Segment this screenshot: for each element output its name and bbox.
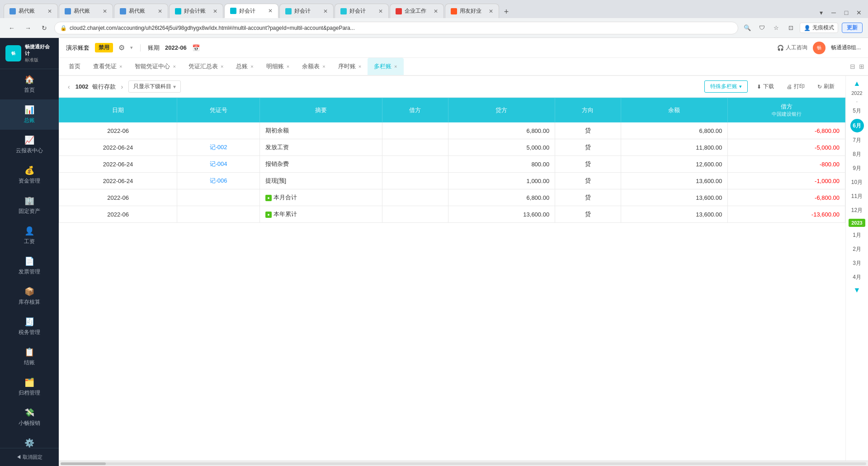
tab-voucher-summary[interactable]: 凭证汇总表 × [182, 58, 230, 76]
close-window-button[interactable]: ✕ [854, 7, 864, 18]
sidebar-item-close[interactable]: 📋 结账 [0, 342, 59, 372]
month-6[interactable]: 6月 [850, 119, 864, 132]
tab-4[interactable]: 好会计 ✕ [224, 4, 278, 18]
tab-3[interactable]: 好会计账 ✕ [169, 4, 223, 18]
prev-account-button[interactable]: ‹ [66, 82, 72, 91]
month-scroll-up-button[interactable]: ▲ [846, 78, 868, 89]
expand-icon[interactable]: ⊞ [859, 63, 864, 70]
tab-close-0[interactable]: ✕ [47, 8, 52, 14]
gear-icon[interactable]: ⚙ [118, 43, 125, 52]
download-button[interactable]: ⬇ 下载 [753, 81, 778, 92]
tab-close-6[interactable]: ✕ [378, 8, 383, 14]
consult-button[interactable]: 🎧 人工咨询 [777, 44, 807, 52]
sidebar-item-tax[interactable]: 🧾 税务管理 [0, 311, 59, 342]
sidebar-item-settings[interactable]: ⚙️ 基础设置 [0, 433, 59, 448]
tab-smart-voucher[interactable]: 智能凭证中心 × [128, 58, 182, 76]
month-3-2023[interactable]: 3月 [848, 257, 867, 270]
tab-balance-table[interactable]: 余额表 × [296, 58, 331, 76]
refresh-button[interactable]: ↻ 刷新 [814, 81, 838, 92]
tab-close-1[interactable]: ✕ [103, 8, 107, 14]
tab-close-7[interactable]: ✕ [434, 8, 438, 14]
month-2-2023[interactable]: 2月 [848, 243, 867, 256]
tab-5[interactable]: 好会计 ✕ [279, 4, 334, 18]
table-row[interactable]: 2022-06-24 记-006 提现[预] 1,000.00 贷 13,600… [59, 173, 845, 189]
tab-sequence-ledger-close[interactable]: × [359, 64, 361, 69]
tab-close-8[interactable]: ✕ [489, 8, 493, 14]
tab-voucher-view-close[interactable]: × [119, 64, 122, 69]
tab-home[interactable]: 首页 [62, 58, 87, 76]
print-button[interactable]: 🖨 打印 [783, 81, 808, 92]
minimize-button[interactable]: ─ [828, 7, 839, 18]
month-7[interactable]: 7月 [848, 134, 867, 147]
star-icon[interactable]: ☆ [771, 23, 782, 33]
sidebar-item-funds[interactable]: 💰 资金管理 [0, 160, 59, 190]
search-icon[interactable]: 🔍 [742, 23, 753, 33]
filter-select[interactable]: 只显示下级科目 ▾ [128, 80, 181, 93]
reload-button[interactable]: ↻ [38, 22, 51, 34]
sidebar-item-reports[interactable]: 📈 云报表中心 [0, 130, 59, 160]
back-button[interactable]: ← [5, 22, 18, 34]
tab-close-4[interactable]: ✕ [268, 8, 273, 14]
unpin-button[interactable]: ◀ 取消固定 [4, 454, 55, 461]
sidebar-item-archive[interactable]: 🗂️ 归档管理 [0, 372, 59, 402]
month-8[interactable]: 8月 [848, 148, 867, 161]
month-12[interactable]: 12月 [848, 204, 867, 217]
chevron-down-icon[interactable]: ▾ [130, 45, 133, 51]
incognito-button[interactable]: 👤 无痕模式 [800, 23, 838, 33]
month-scroll-down-button[interactable]: ▼ [846, 284, 868, 296]
sidebar-item-inventory[interactable]: 📦 库存核算 [0, 281, 59, 311]
sidebar-item-payroll[interactable]: 👤 工资 [0, 221, 59, 251]
table-row[interactable]: 2022-06-24 记-002 发放工资 5,000.00 贷 11,800.… [59, 139, 845, 156]
month-10[interactable]: 10月 [848, 176, 867, 189]
sidebar-item-ledger[interactable]: 📊 总账 [0, 99, 59, 130]
tab-7[interactable]: 企业工作 ✕ [390, 4, 444, 18]
tab-detail-ledger[interactable]: 明细账 × [260, 58, 296, 76]
tab-1[interactable]: 易代账 ✕ [59, 4, 113, 18]
month-11[interactable]: 11月 [848, 190, 867, 203]
tab-close-3[interactable]: ✕ [213, 8, 217, 14]
month-5[interactable]: 5月 [848, 104, 867, 118]
calendar-icon[interactable]: 📅 [192, 44, 200, 52]
sidebar-item-assets[interactable]: 🏢 固定资产 [0, 190, 59, 221]
forward-button[interactable]: → [22, 22, 34, 34]
month-1-2023[interactable]: 1月 [848, 229, 867, 242]
special-multicolumn-button[interactable]: 特殊多栏账 ▾ [704, 80, 748, 93]
sidebar-item-invoice[interactable]: 📄 发票管理 [0, 251, 59, 281]
table-row[interactable]: 2022-06 ●本月合计 6,800.00 贷 13,600.00 -6,80… [59, 189, 845, 206]
tab-multi-column-close[interactable]: × [394, 64, 397, 69]
tab-general-ledger-close[interactable]: × [250, 64, 253, 69]
collapse-icon[interactable]: ⊟ [848, 61, 857, 72]
shield-icon[interactable]: 🛡 [756, 23, 767, 33]
new-tab-button[interactable]: + [500, 5, 513, 18]
tab-sequence-ledger[interactable]: 序时账 × [332, 58, 368, 76]
voucher-link[interactable]: 记-006 [210, 177, 227, 184]
tab-0[interactable]: 易代账 ✕ [4, 4, 58, 18]
screen-split-icon[interactable]: ⊡ [785, 23, 796, 33]
demo-badge[interactable]: 禁用 [95, 43, 113, 52]
sidebar-item-home[interactable]: 🏠 首页 [0, 69, 59, 99]
url-bar[interactable]: 🔒 cloud2.chanjet.com/accounting/uh26t264… [54, 22, 738, 34]
tab-6[interactable]: 好会计 ✕ [335, 4, 389, 18]
tab-balance-table-close[interactable]: × [322, 64, 325, 69]
tab-multi-column[interactable]: 多栏账 × [368, 58, 403, 76]
update-button[interactable]: 更新 [842, 23, 863, 33]
month-9[interactable]: 9月 [848, 162, 867, 175]
voucher-link[interactable]: 记-004 [210, 160, 227, 167]
tab-general-ledger[interactable]: 总账 × [230, 58, 259, 76]
tab-8[interactable]: 用友好业 ✕ [445, 4, 499, 18]
tab-close-2[interactable]: ✕ [158, 8, 162, 14]
voucher-link[interactable]: 记-002 [210, 144, 227, 151]
tab-list-button[interactable]: ▾ [816, 7, 826, 18]
maximize-button[interactable]: □ [841, 7, 852, 18]
table-row[interactable]: 2022-06-24 记-004 报销杂费 800.00 贷 12,600.00… [59, 156, 845, 173]
tab-detail-ledger-close[interactable]: × [287, 64, 289, 69]
table-row[interactable]: 2022-06 期初余额 6,800.00 贷 6,800.00 -6,800.… [59, 122, 845, 139]
month-4-2023[interactable]: 4月 [848, 271, 867, 284]
tab-close-5[interactable]: ✕ [323, 8, 328, 14]
tab-smart-voucher-close[interactable]: × [173, 64, 175, 69]
bottom-scrollbar[interactable] [59, 461, 868, 466]
scroll-thumb[interactable] [61, 462, 106, 465]
tab-voucher-view[interactable]: 查看凭证 × [87, 58, 128, 76]
next-account-button[interactable]: › [119, 82, 125, 91]
table-row[interactable]: 2022-06 ●本年累计 13,600.00 贷 13,600.00 -13,… [59, 206, 845, 223]
